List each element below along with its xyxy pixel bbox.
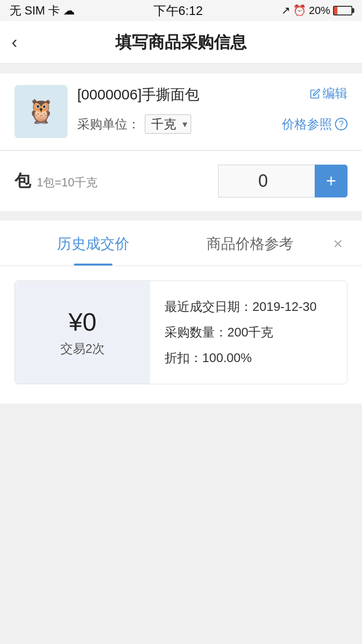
unit-row: 采购单位： 千克 包 价格参照 ? <box>77 114 348 134</box>
price-main: ¥0 <box>69 308 97 336</box>
page-title: 填写商品采购信息 <box>115 31 247 54</box>
unit-select[interactable]: 千克 包 <box>145 114 191 134</box>
price-detail-recent-date: 最近成交日期：2019-12-30 <box>165 297 333 316</box>
product-info: [0000006]手撕面包 编辑 采购单位： 千克 包 <box>77 85 348 134</box>
tab-section: 历史成交价 商品价格参考 × ¥0 交易2次 最近成交日期：2019-12-30… <box>0 221 362 404</box>
battery-icon <box>333 6 352 15</box>
tab-history-price[interactable]: 历史成交价 <box>14 221 171 266</box>
price-detail-quantity: 采购数量：200千克 <box>165 323 333 342</box>
product-card: 🦉 [0000006]手撕面包 编辑 采购单位： 千克 包 <box>0 73 362 150</box>
sim-signal: 无 SIM 卡 ☁ <box>10 3 75 18</box>
battery-percent: 20% <box>309 4 330 17</box>
qty-unit-big: 包 <box>14 170 31 192</box>
product-thumbnail: 🦉 <box>14 85 68 138</box>
edit-button[interactable]: 编辑 <box>310 85 348 102</box>
unit-label: 采购单位： 千克 包 <box>77 114 191 134</box>
status-right: ↗ ⏰ 20% <box>281 4 352 17</box>
quantity-section: 包 1包=10千克 + <box>0 151 362 211</box>
unit-select-wrap[interactable]: 千克 包 <box>145 114 191 134</box>
tab-content: ¥0 交易2次 最近成交日期：2019-12-30 采购数量：200千克 折扣：… <box>0 266 362 404</box>
status-time: 下午6:12 <box>153 2 203 19</box>
location-icon: ↗ <box>281 4 290 17</box>
price-card-left: ¥0 交易2次 <box>15 281 150 384</box>
price-detail-discount: 折扣：100.00% <box>165 349 333 367</box>
price-card: ¥0 交易2次 最近成交日期：2019-12-30 采购数量：200千克 折扣：… <box>14 280 348 384</box>
price-ref-button[interactable]: 价格参照 ? <box>282 116 348 133</box>
price-sub: 交易2次 <box>60 340 105 357</box>
page-footer <box>0 404 362 644</box>
qty-plus-button[interactable]: + <box>315 165 348 197</box>
product-thumb-icon: 🦉 <box>27 98 56 125</box>
status-bar: 无 SIM 卡 ☁ 下午6:12 ↗ ⏰ 20% <box>0 0 362 21</box>
help-icon: ? <box>335 118 348 130</box>
edit-icon <box>310 88 320 99</box>
product-name: [0000006]手撕面包 <box>77 85 199 105</box>
price-card-right: 最近成交日期：2019-12-30 采购数量：200千克 折扣：100.00% <box>150 281 347 384</box>
tab-header: 历史成交价 商品价格参考 × <box>0 221 362 266</box>
qty-label-block: 包 1包=10千克 <box>14 170 97 192</box>
status-left: 无 SIM 卡 ☁ <box>10 3 75 18</box>
qty-input-group: + <box>218 165 348 197</box>
qty-conversion: 1包=10千克 <box>37 175 97 190</box>
tab-product-price-ref[interactable]: 商品价格参考 <box>171 221 328 266</box>
tab-close-button[interactable]: × <box>328 230 348 256</box>
qty-input[interactable] <box>218 165 315 197</box>
alarm-icon: ⏰ <box>293 4 306 17</box>
back-button[interactable]: ‹ <box>12 32 17 53</box>
nav-bar: ‹ 填写商品采购信息 <box>0 21 362 64</box>
product-header-row: [0000006]手撕面包 编辑 <box>77 85 348 105</box>
